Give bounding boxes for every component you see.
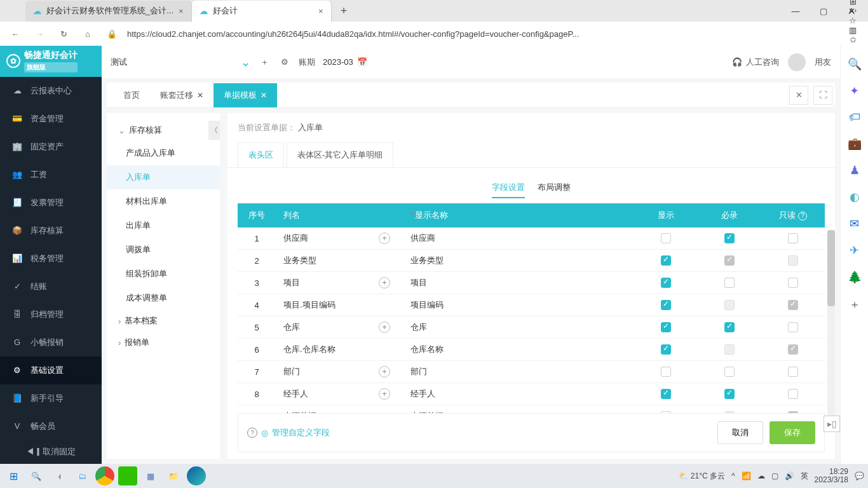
checkbox[interactable] xyxy=(661,367,671,377)
cell-display[interactable]: 项目 xyxy=(403,272,634,294)
send-icon[interactable]: ✈ xyxy=(850,243,859,257)
checkbox[interactable] xyxy=(788,233,798,243)
tab-field-config[interactable]: 字段设置 xyxy=(492,178,525,198)
sparkle-icon[interactable]: ✦ xyxy=(850,84,859,98)
tree-node-inventory[interactable]: 库存核算 xyxy=(107,119,220,141)
tab-close-icon[interactable]: ✕ xyxy=(197,91,203,100)
checkbox[interactable] xyxy=(661,344,671,355)
tree-leaf[interactable]: 调拨单 xyxy=(107,238,220,262)
tree-leaf[interactable]: 成本调整单 xyxy=(107,286,220,310)
wifi-icon[interactable]: 📶 xyxy=(742,471,751,480)
tray-chevron-icon[interactable]: ^ xyxy=(731,471,735,480)
support-link[interactable]: 🎧 人工咨询 xyxy=(732,57,779,68)
sidebar-item[interactable]: ⚙基础设置 xyxy=(0,356,102,384)
checkbox[interactable] xyxy=(724,322,735,332)
tab-body-area[interactable]: 表体区-其它入库单明细 xyxy=(287,142,393,167)
cell-display[interactable]: 业务类型 xyxy=(403,250,634,272)
tree-leaf[interactable]: 出库单 xyxy=(107,214,220,238)
gear-icon[interactable]: ⚙ xyxy=(278,57,291,67)
checkbox[interactable] xyxy=(661,322,671,332)
checkbox[interactable] xyxy=(724,278,735,288)
tag-icon[interactable]: 🏷 xyxy=(849,111,860,124)
page-tab[interactable]: 首页 xyxy=(113,83,150,107)
sidebar-item[interactable]: 📦库存核算 xyxy=(0,217,102,245)
edge-icon[interactable] xyxy=(187,466,206,485)
cell-display[interactable]: 项目编码 xyxy=(403,294,634,316)
maximize-button[interactable]: ▢ xyxy=(811,1,836,20)
sidebar-item[interactable]: G小畅报销 xyxy=(0,329,102,356)
sidebar-collapse-toggle[interactable]: ◀▎取消固定 xyxy=(0,440,102,464)
browser-tab-2[interactable]: ☁ 好会计 × xyxy=(192,1,332,22)
collapse-tree-button[interactable]: 《 xyxy=(208,121,220,140)
side-panel-toggle[interactable]: ▸▯ xyxy=(824,416,840,432)
cell-display[interactable]: 经手人 xyxy=(403,383,634,405)
sidebar-item[interactable]: 🗄归档管理 xyxy=(0,301,102,329)
wechat-icon[interactable] xyxy=(118,466,137,485)
chrome-icon[interactable] xyxy=(95,466,114,485)
close-all-tabs-button[interactable]: ✕ xyxy=(789,86,808,105)
extensions-icon[interactable]: ⊞ xyxy=(844,0,862,6)
save-button[interactable]: 保存 xyxy=(770,421,815,444)
sidebar-item[interactable]: 🧾发票管理 xyxy=(0,189,102,217)
refresh-button[interactable]: ↻ xyxy=(55,25,72,43)
sidebar-item[interactable]: V畅会员 xyxy=(0,412,102,440)
sidebar-item[interactable]: 📘新手引导 xyxy=(0,384,102,412)
cell-display[interactable]: 仓库名称 xyxy=(403,339,634,361)
swirl-icon[interactable]: ◐ xyxy=(850,190,860,204)
scrollbar[interactable] xyxy=(827,230,835,421)
notifications-button[interactable]: 💬 xyxy=(855,471,864,480)
folder-icon[interactable]: 📁 xyxy=(164,466,183,485)
add-icon[interactable]: + xyxy=(379,366,390,377)
tab-close-icon[interactable]: × xyxy=(179,6,184,16)
collections-icon[interactable]: ▥ xyxy=(844,25,862,35)
explorer-icon[interactable]: 🗂 xyxy=(72,466,92,485)
piece-icon[interactable]: ♟ xyxy=(850,163,860,177)
tree-node-basic[interactable]: 基本档案 xyxy=(107,310,220,332)
cancel-button[interactable]: 取消 xyxy=(717,421,763,444)
back-button[interactable]: ← xyxy=(6,25,24,43)
tree-icon[interactable]: 🌲 xyxy=(848,270,862,284)
tree-node-expense[interactable]: 报销单 xyxy=(107,332,220,353)
user-avatar[interactable] xyxy=(788,53,806,71)
new-tab-button[interactable]: + xyxy=(332,1,356,22)
tab-close-icon[interactable]: ✕ xyxy=(261,91,267,100)
outlook-icon[interactable]: ✉ xyxy=(850,217,859,231)
clock[interactable]: 18:29 2023/3/18 xyxy=(815,468,848,484)
briefcase-icon[interactable]: 💼 xyxy=(848,137,862,151)
checkbox[interactable] xyxy=(661,389,671,399)
sidebar-item[interactable]: ☁云报表中心 xyxy=(0,77,102,105)
checkbox[interactable] xyxy=(788,278,798,288)
add-icon[interactable]: + xyxy=(379,277,390,288)
cell-display[interactable]: 仓库 xyxy=(403,316,634,339)
volume-icon[interactable]: 🔊 xyxy=(785,471,794,480)
tab-close-icon[interactable]: × xyxy=(318,6,323,16)
checkbox[interactable] xyxy=(724,233,735,243)
checkbox[interactable] xyxy=(724,389,735,399)
sidebar-item[interactable]: 🏢固定资产 xyxy=(0,133,102,161)
checkbox[interactable] xyxy=(788,389,798,399)
add-icon[interactable]: + xyxy=(379,233,390,244)
tree-leaf[interactable]: 组装拆卸单 xyxy=(107,262,220,286)
forward-button[interactable]: → xyxy=(31,25,48,43)
checkbox[interactable] xyxy=(661,233,671,243)
checkbox[interactable] xyxy=(788,322,798,332)
favorites-bar-icon[interactable]: ✩ xyxy=(844,35,862,44)
add-tool-icon[interactable]: ＋ xyxy=(849,297,860,312)
tab-layout-config[interactable]: 布局调整 xyxy=(538,178,571,198)
ime-indicator[interactable]: 英 xyxy=(801,471,808,482)
battery-icon[interactable]: ▢ xyxy=(771,471,778,480)
checkbox[interactable] xyxy=(661,278,671,288)
page-tab[interactable]: 单据模板✕ xyxy=(214,83,277,107)
custom-fields-link[interactable]: 管理自定义字段 xyxy=(272,427,330,438)
home-button[interactable]: ⌂ xyxy=(79,25,97,43)
onedrive-icon[interactable]: ☁ xyxy=(757,471,765,480)
text-size-icon[interactable]: A› xyxy=(844,6,862,16)
start-button[interactable]: ⊞ xyxy=(4,466,23,485)
search-button[interactable]: 🔍 xyxy=(27,466,46,485)
sidebar-item[interactable]: 💳资金管理 xyxy=(0,105,102,133)
checkbox[interactable] xyxy=(788,367,798,377)
tree-leaf[interactable]: 产成品入库单 xyxy=(107,141,220,165)
tab-header-area[interactable]: 表头区 xyxy=(238,142,284,167)
tree-leaf[interactable]: 入库单 xyxy=(107,165,220,189)
fullscreen-button[interactable]: ⛶ xyxy=(813,86,832,105)
